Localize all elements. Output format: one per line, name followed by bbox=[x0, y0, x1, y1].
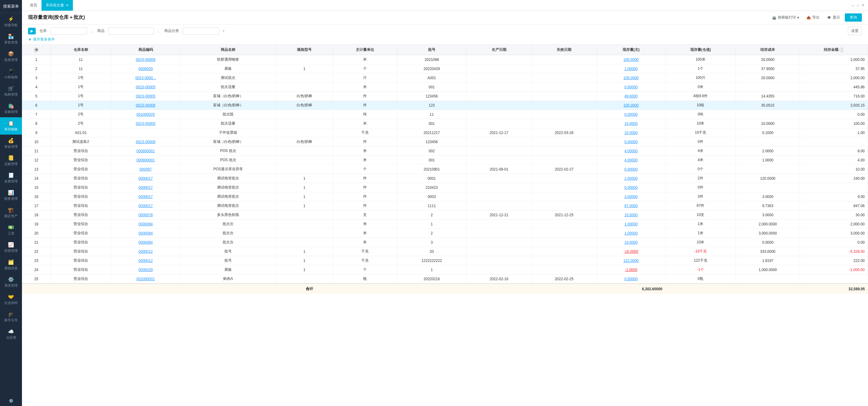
table-row: 19营业综合0000084批次次米11.000001米2,000.00002,0… bbox=[22, 219, 868, 229]
sidebar-item-ops[interactable]: 📈 经营管理 bbox=[0, 239, 22, 256]
sidebar-item-purchase[interactable]: 🛍️ 采购管理 bbox=[0, 100, 22, 117]
sidebar-item-label: 云应用 bbox=[6, 335, 16, 340]
table-row: 16营业综合0000017测试电管批次1件00033.000003件3.0000… bbox=[22, 192, 868, 201]
sidebar-item-label: 零售管理 bbox=[4, 40, 18, 45]
table-header-row: ⚙ 仓库名称 商品编码 商品名称 规格型号 主计量单位 批号 生产日期 失效日期… bbox=[22, 45, 868, 55]
table-row: 20营业综合0000084批次次米21.000001米3,000.00003,0… bbox=[22, 229, 868, 238]
print-button[interactable]: 🖨️ 按模板打印 ▾ bbox=[770, 14, 802, 21]
sidebar-item-tax[interactable]: 📊 税务管理 bbox=[0, 187, 22, 204]
sidebar-item-label: 新手引导 bbox=[4, 318, 18, 323]
settings-button[interactable]: 设置 bbox=[848, 27, 862, 35]
col-qty-main: 现存量(主) bbox=[597, 45, 665, 55]
sidebar-item-inventory[interactable]: 📋 库存核账 bbox=[0, 117, 22, 135]
expand-icon: ▼ bbox=[28, 37, 32, 42]
sidebar-item-quick-nav[interactable]: ⚡ 快捷导航 bbox=[0, 13, 22, 30]
product-filter-input[interactable] bbox=[108, 27, 154, 35]
table-row: 41号0023-00005批次适量米0010.000000米445.86 bbox=[22, 82, 868, 92]
table-row: 17营业综合0000017测试电管批次1件111187.000087件9.736… bbox=[22, 201, 868, 210]
window-maximize-icon[interactable]: □ bbox=[857, 4, 859, 7]
tab-inventory-batch[interactable]: 库存批次量 ✕ bbox=[41, 0, 73, 11]
warehouse-dots: ... bbox=[91, 29, 94, 33]
export-icon: 📤 bbox=[806, 15, 811, 20]
window-close-icon[interactable]: ✕ bbox=[862, 3, 864, 7]
col-qty-storage: 现存量(仓值) bbox=[665, 45, 736, 55]
invoice-icon: 🧾 bbox=[8, 172, 14, 178]
basic-icon: 🗂️ bbox=[8, 259, 14, 265]
sidebar-item-collab[interactable]: 🤝 企业协同 bbox=[0, 291, 22, 308]
sidebar-item-fixed-assets[interactable]: 🏗️ 固定资产 bbox=[0, 204, 22, 222]
export-label: 导出 bbox=[812, 15, 819, 20]
sidebar-item-label: 工资 bbox=[8, 231, 14, 236]
col-produce-date: 生产日期 bbox=[466, 45, 532, 55]
quick-nav-icon: ⚡ bbox=[8, 16, 14, 22]
export-button[interactable]: 📤 导出 bbox=[804, 14, 822, 21]
table-row: 15营业综合0000017测试电管批次1件2104230.000000件 bbox=[22, 183, 868, 192]
col-unit-cost: 结存成本 bbox=[736, 45, 800, 55]
footer-total-cost: 32,589.05 bbox=[800, 283, 868, 294]
filter-expand-button[interactable]: ▶ bbox=[28, 28, 36, 34]
sidebar-item-label: 税务管理 bbox=[4, 197, 18, 201]
sidebar-logo[interactable]: 搜索菜单 bbox=[0, 0, 22, 13]
table-row: 24营业综合0000029展板1个1-1.0000-1个1,000.0000-1… bbox=[22, 265, 868, 274]
category-filter-input[interactable] bbox=[183, 27, 219, 35]
fixed-assets-icon: 🏗️ bbox=[8, 207, 14, 213]
page-title: 现存量查询(按仓库＋批次) bbox=[28, 14, 85, 21]
system-icon: ⚙️ bbox=[8, 276, 14, 282]
sidebar-item-finance[interactable]: 💰 资金管理 bbox=[0, 135, 22, 152]
footer-empty1 bbox=[665, 283, 736, 294]
sidebar-item-retail[interactable]: 🏪 零售管理 bbox=[0, 30, 22, 48]
retail-icon: 🏪 bbox=[8, 34, 14, 39]
expand-conditions-button[interactable]: ▼ 展开更多条件 bbox=[28, 37, 862, 42]
sidebar-item-label: 经营管理 bbox=[4, 248, 18, 253]
general-ledger-icon: 📒 bbox=[8, 155, 14, 161]
display-button[interactable]: 👁️ 显示 bbox=[825, 14, 842, 21]
sidebar-item-cloud[interactable]: ☁️ 云应用 bbox=[0, 326, 22, 343]
table-area: ⚙ 仓库名称 商品编码 商品名称 规格型号 主计量单位 批号 生产日期 失效日期… bbox=[22, 45, 868, 406]
header-actions: 🖨️ 按模板打印 ▾ 📤 导出 👁️ 显示 查询 bbox=[770, 13, 862, 22]
sidebar-item-label: 批发管理 bbox=[4, 58, 18, 62]
category-dropdown-icon[interactable]: ▾ bbox=[223, 29, 224, 33]
display-icon: 👁️ bbox=[827, 15, 831, 20]
sidebar-item-ecom[interactable]: 🛒 电商管理 bbox=[0, 82, 22, 100]
expand-label: 展开更多条件 bbox=[33, 37, 55, 42]
sidebar-item-label: 库存核账 bbox=[4, 127, 18, 132]
main-content: 首页 库存批次量 ✕ — □ ✕ 现存量查询(按仓库＋批次) 🖨️ 按模板打印 … bbox=[22, 0, 868, 406]
col-product-code: 商品编码 bbox=[111, 45, 181, 55]
sidebar-item-label: 小程电商 bbox=[4, 75, 18, 79]
purchase-icon: 🛍️ bbox=[8, 103, 14, 109]
sidebar-item-wholesale[interactable]: 📦 批发管理 bbox=[0, 48, 22, 65]
mini-ecom-icon: 📱 bbox=[8, 68, 14, 74]
sidebar-settings-button[interactable]: ⚙️ bbox=[0, 396, 22, 406]
sidebar-item-basic[interactable]: 🗂️ 基础信息 bbox=[0, 256, 22, 273]
cloud-icon: ☁️ bbox=[8, 329, 14, 334]
filter-bar: ▶ 仓库 ... 商品 ... 商品分类 ▾ 设置 ▼ 展开更多条件 bbox=[22, 24, 868, 45]
warehouse-filter-input[interactable] bbox=[50, 27, 87, 35]
col-settings-icon[interactable]: ⚙ bbox=[22, 45, 51, 55]
sidebar-item-invoice[interactable]: 🧾 发票管理 bbox=[0, 169, 22, 187]
sidebar-item-label: 总账管理 bbox=[4, 162, 18, 166]
window-minimize-icon[interactable]: — bbox=[851, 4, 855, 7]
col-expire-date: 失效日期 bbox=[532, 45, 597, 55]
sidebar-item-general-ledger[interactable]: 📒 总账管理 bbox=[0, 152, 22, 169]
sidebar-item-system[interactable]: ⚙️ 系统管理 bbox=[0, 273, 22, 291]
col-product-name: 商品名称 bbox=[181, 45, 276, 55]
sidebar-item-mini-ecom[interactable]: 📱 小程电商 bbox=[0, 65, 22, 82]
total-cost-info-icon[interactable]: i bbox=[839, 48, 844, 52]
display-label: 显示 bbox=[833, 15, 840, 20]
sidebar-item-payroll[interactable]: 💵 工资 bbox=[0, 222, 22, 239]
tab-close-icon[interactable]: ✕ bbox=[66, 3, 69, 7]
sidebar-item-newbie[interactable]: 🎓 新手引导 bbox=[0, 308, 22, 326]
product-dots: ... bbox=[158, 29, 161, 33]
tab-label: 库存批次量 bbox=[46, 3, 64, 8]
top-nav: 首页 库存批次量 ✕ — □ ✕ bbox=[22, 0, 868, 11]
sidebar-item-label: 快捷导航 bbox=[4, 23, 18, 27]
print-icon: 🖨️ bbox=[772, 15, 777, 20]
inventory-table: ⚙ 仓库名称 商品编码 商品名称 规格型号 主计量单位 批号 生产日期 失效日期… bbox=[22, 45, 868, 294]
sidebar-item-label: 电商管理 bbox=[4, 92, 18, 97]
sidebar-item-label: 发票管理 bbox=[4, 179, 18, 184]
wholesale-icon: 📦 bbox=[8, 51, 14, 57]
table-row: 11营业综合000900001POS 批次米0024.000004米2.0000… bbox=[22, 146, 868, 156]
table-row: 13营业综合000097POS显示库存异常个202109012021-09-01… bbox=[22, 165, 868, 174]
tab-home[interactable]: 首页 bbox=[26, 0, 41, 11]
query-button[interactable]: 查询 bbox=[845, 13, 862, 22]
